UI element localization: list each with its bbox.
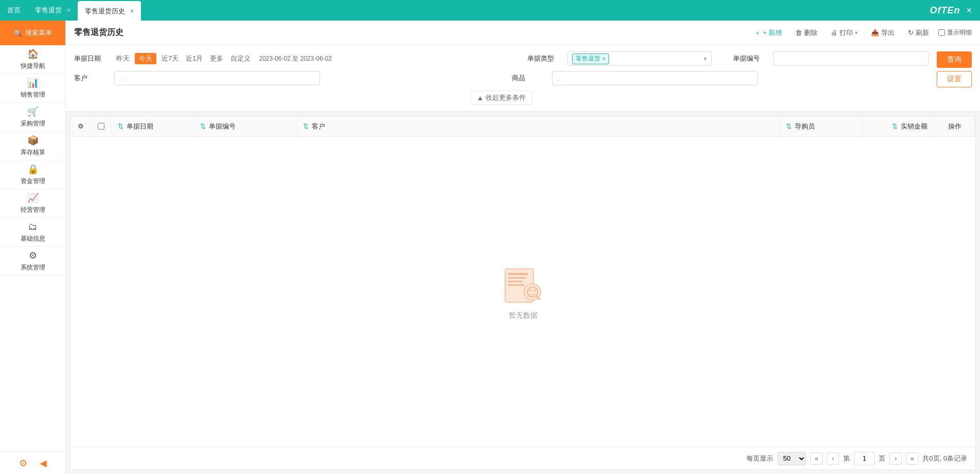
goods-label: 商品 bbox=[512, 74, 548, 83]
show-detail-checkbox-label[interactable]: 显示明细 bbox=[938, 28, 972, 37]
sort-icon-date: ⇅ bbox=[118, 122, 123, 130]
th-voucher[interactable]: ⇅ 单据编号 bbox=[194, 116, 297, 136]
filter-action-buttons: 查询 设置 bbox=[937, 51, 972, 107]
filter-col-customer: 客户 ... bbox=[74, 71, 491, 85]
export-label: 导出 bbox=[881, 28, 895, 38]
inventory-label: 库存核算 bbox=[21, 148, 45, 157]
next-page-btn[interactable]: › bbox=[889, 452, 902, 465]
show-detail-checkbox[interactable] bbox=[938, 29, 945, 36]
sidebar-item-quick-nav[interactable]: 🏠 快捷导航 bbox=[0, 45, 65, 74]
total-records: 共0页, 0条记录 bbox=[922, 454, 967, 463]
th-guide[interactable]: ⇅ 导购员 bbox=[780, 116, 862, 136]
main-layout: 🔍 搜索菜单 🏠 快捷导航 📊 销售管理 🛒 采购管理 📦 库存核算 🔒 bbox=[0, 21, 980, 474]
sales-icon: 📊 bbox=[27, 77, 39, 88]
voucher-type-tag-close[interactable]: × bbox=[602, 56, 605, 62]
sidebar-search-label: 搜索菜单 bbox=[25, 28, 52, 38]
filter-settings-button[interactable]: 设置 bbox=[937, 71, 972, 87]
retail-return-history-tab-label: 零售退货历史 bbox=[85, 7, 125, 16]
customer-input[interactable]: ... bbox=[114, 71, 320, 85]
top-bar-right: OfTEn × bbox=[930, 5, 980, 16]
date-1month[interactable]: 近1月 bbox=[184, 53, 205, 64]
retail-return-tab-close[interactable]: × bbox=[67, 7, 70, 14]
svg-rect-2 bbox=[508, 277, 526, 279]
export-button[interactable]: 📤 导出 bbox=[867, 26, 899, 40]
th-action-label: 操作 bbox=[948, 122, 961, 131]
date-today[interactable]: 今天 bbox=[135, 53, 156, 64]
page-input-prefix: 第 bbox=[843, 454, 850, 463]
delete-button[interactable]: 🗑 删除 bbox=[791, 26, 822, 40]
voucher-no-input[interactable] bbox=[773, 51, 929, 66]
ops-label: 经营管理 bbox=[21, 206, 45, 214]
top-bar: 首页 零售退货 × 零售退货历史 × OfTEn × bbox=[0, 0, 980, 21]
sidebar-search[interactable]: 🔍 搜索菜单 bbox=[0, 21, 65, 45]
date-custom[interactable]: 自定义 bbox=[228, 53, 253, 64]
date-7days[interactable]: 近7天 bbox=[159, 53, 181, 64]
th-settings[interactable]: ⚙ bbox=[70, 116, 91, 136]
home-tab-label: 首页 bbox=[7, 6, 21, 15]
date-range-display: 2023-06-02 至 2023-06-02 bbox=[259, 54, 331, 63]
print-dropdown-icon: ▾ bbox=[855, 30, 858, 35]
prev-page-btn[interactable]: ‹ bbox=[827, 452, 839, 465]
sidebar: 🔍 搜索菜单 🏠 快捷导航 📊 销售管理 🛒 采购管理 📦 库存核算 🔒 bbox=[0, 21, 66, 474]
th-check[interactable] bbox=[91, 116, 112, 136]
first-page-icon: « bbox=[815, 455, 818, 462]
sidebar-item-ops[interactable]: 📈 经营管理 bbox=[0, 189, 65, 218]
page-number-input[interactable] bbox=[854, 452, 875, 465]
first-page-btn[interactable]: « bbox=[810, 452, 823, 465]
settings-col-icon: ⚙ bbox=[78, 122, 84, 130]
quick-nav-icon: 🏠 bbox=[27, 48, 39, 60]
tab-retail-return[interactable]: 零售退货 × bbox=[28, 0, 78, 21]
th-customer-label: 客户 bbox=[312, 122, 325, 131]
sidebar-item-basic-info[interactable]: 🗂 基础信息 bbox=[0, 218, 65, 247]
empty-illustration bbox=[497, 264, 549, 305]
collapse-label: 收起更多条件 bbox=[486, 93, 526, 102]
th-guide-label: 导购员 bbox=[795, 122, 815, 131]
sort-icon-customer: ⇅ bbox=[303, 122, 309, 130]
filter-col-date: 单据日期 昨天 今天 近7天 近1月 更多 自定义 2023-06-02 至 2… bbox=[74, 53, 527, 64]
refresh-icon: ↻ bbox=[908, 29, 914, 37]
th-amount[interactable]: ⇅ 实销金额 bbox=[862, 116, 934, 136]
query-button[interactable]: 查询 bbox=[937, 51, 972, 68]
sidebar-item-inventory[interactable]: 📦 库存核算 bbox=[0, 132, 65, 160]
purchase-label: 采购管理 bbox=[21, 119, 45, 128]
new-label: + 新增 bbox=[763, 28, 782, 38]
show-detail-label: 显示明细 bbox=[947, 28, 972, 37]
voucher-type-select[interactable]: 零售退货 × ▾ bbox=[567, 51, 711, 66]
filter-col-goods: 商品 ... bbox=[512, 71, 929, 85]
refresh-button[interactable]: ↻ 刷新 bbox=[904, 26, 933, 40]
retail-return-history-tab-close[interactable]: × bbox=[130, 8, 134, 15]
sidebar-item-sys-mgmt[interactable]: ⚙ 系统管理 bbox=[0, 247, 65, 276]
empty-state: 暂无数据 bbox=[70, 137, 975, 447]
print-button[interactable]: 🖨 打印 ▾ bbox=[827, 26, 862, 40]
last-page-icon: » bbox=[911, 455, 914, 462]
sidebar-item-purchase-mgmt[interactable]: 🛒 采购管理 bbox=[0, 103, 65, 132]
page-input-suffix: 页 bbox=[879, 454, 885, 463]
select-all-checkbox[interactable] bbox=[98, 123, 104, 130]
settings-bottom-icon[interactable]: ⚙ bbox=[19, 458, 27, 469]
last-page-btn[interactable]: » bbox=[906, 452, 918, 465]
th-voucher-label: 单据编号 bbox=[209, 122, 236, 131]
per-page-select[interactable]: 50 10 20 100 bbox=[777, 452, 806, 465]
goods-input[interactable]: ... bbox=[552, 71, 758, 85]
tab-home[interactable]: 首页 bbox=[0, 0, 28, 21]
tab-retail-return-history[interactable]: 零售退货历史 × bbox=[78, 1, 141, 22]
th-customer[interactable]: ⇅ 客户 bbox=[297, 116, 780, 136]
content-area: 零售退货历史 ＋ + 新增 🗑 删除 🖨 打印 ▾ 📤 导出 bbox=[66, 21, 980, 474]
voucher-date-label: 单据日期 bbox=[74, 54, 110, 63]
basic-info-label: 基础信息 bbox=[21, 234, 45, 243]
delete-icon: 🗑 bbox=[795, 29, 802, 37]
window-close-btn[interactable]: × bbox=[966, 5, 972, 16]
sidebar-item-sales-mgmt[interactable]: 📊 销售管理 bbox=[0, 74, 65, 103]
collapse-sidebar-icon[interactable]: ◀ bbox=[40, 458, 47, 469]
date-yesterday[interactable]: 昨天 bbox=[114, 53, 132, 64]
collapse-filter-btn[interactable]: ▲ 收起更多条件 bbox=[470, 90, 532, 105]
purchase-icon: 🛒 bbox=[27, 106, 39, 117]
th-date[interactable]: ⇅ 单据日期 bbox=[112, 116, 194, 136]
th-action: 操作 bbox=[934, 116, 975, 136]
sidebar-item-finance[interactable]: 🔒 资金管理 bbox=[0, 160, 65, 189]
new-button[interactable]: ＋ + 新增 bbox=[750, 26, 786, 40]
date-more[interactable]: 更多 bbox=[208, 53, 225, 64]
collapse-icon: ▲ bbox=[477, 94, 484, 102]
filter-area: 单据日期 昨天 今天 近7天 近1月 更多 自定义 2023-06-02 至 2… bbox=[66, 45, 980, 112]
prev-page-icon: ‹ bbox=[832, 455, 834, 462]
